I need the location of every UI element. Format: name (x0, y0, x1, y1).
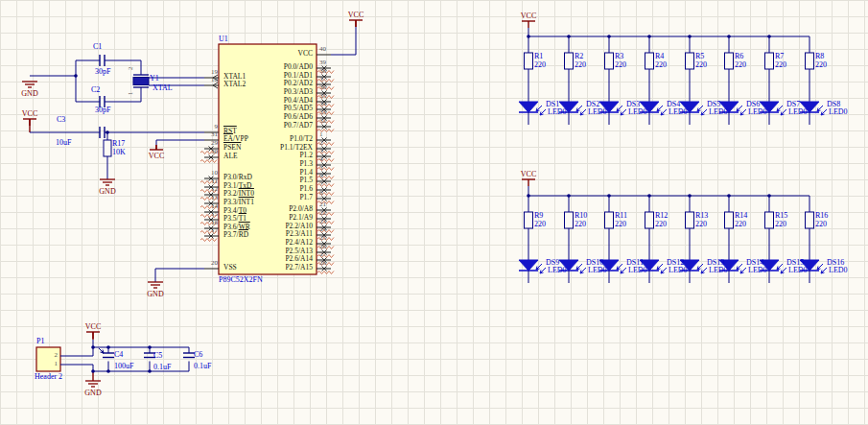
resistor-r3[interactable] (605, 53, 614, 69)
gnd-label[interactable]: GND (99, 188, 115, 196)
r5-refdes[interactable]: R5 (695, 53, 704, 60)
r5-value[interactable]: 220 (695, 61, 707, 69)
ds10-value[interactable]: LED0 (588, 267, 607, 274)
r1-refdes[interactable]: R1 (534, 53, 543, 60)
gnd-label[interactable]: GND (21, 90, 37, 98)
p1-refdes[interactable]: P1 (36, 338, 44, 345)
c4-value[interactable]: 100uF (114, 363, 133, 370)
r2-value[interactable]: 220 (575, 61, 586, 69)
resistor-r11[interactable] (605, 212, 614, 228)
c2-value[interactable]: 30pF (95, 106, 110, 114)
vcc-label-bank1[interactable]: VCC (521, 12, 536, 20)
vcc-label-header[interactable]: VCC (85, 323, 101, 331)
ds12-value[interactable]: LED0 (669, 267, 688, 274)
r10-value[interactable]: 220 (575, 221, 586, 228)
c3-value[interactable]: 10uF (56, 139, 71, 147)
pin-name-4: P1.3 (299, 160, 313, 168)
r6-value[interactable]: 220 (735, 61, 746, 69)
led-ds1[interactable] (519, 102, 538, 112)
r13-value[interactable]: 220 (695, 221, 707, 228)
ds5-value[interactable]: LED0 (709, 108, 728, 116)
r9-refdes[interactable]: R9 (534, 212, 543, 220)
ds15-value[interactable]: LED0 (788, 267, 808, 274)
ds2-value[interactable]: LED0 (588, 108, 607, 116)
resistor-r1[interactable] (525, 53, 533, 69)
crystal-refdes[interactable]: Y1 (150, 75, 159, 83)
c6-value[interactable]: 0.1uF (194, 363, 211, 370)
r16-value[interactable]: 220 (815, 221, 827, 228)
r2-refdes[interactable]: R2 (575, 53, 583, 60)
r4-value[interactable]: 220 (655, 61, 667, 69)
ds6-value[interactable]: LED0 (748, 108, 767, 116)
r8-refdes[interactable]: R8 (815, 53, 824, 60)
vcc-label-ic[interactable]: VCC (348, 12, 364, 19)
vcc-label-reset[interactable]: VCC (22, 110, 37, 118)
r3-value[interactable]: 220 (615, 61, 626, 69)
ds16-value[interactable]: LED0 (829, 267, 848, 274)
resistor-r5[interactable] (686, 53, 694, 69)
c1-refdes[interactable]: C1 (93, 43, 102, 51)
r11-value[interactable]: 220 (615, 221, 626, 228)
c3-refdes[interactable]: C3 (57, 116, 65, 124)
led-ds9[interactable] (519, 260, 538, 271)
r14-value[interactable]: 220 (735, 221, 746, 228)
r11-refdes[interactable]: R11 (615, 212, 627, 220)
vcc-label-bank2[interactable]: VCC (521, 171, 536, 178)
c1-value[interactable]: 30pF (95, 68, 110, 76)
r8-value[interactable]: 220 (815, 61, 827, 69)
resistor-r15[interactable] (765, 212, 774, 228)
r16-refdes[interactable]: R16 (815, 212, 828, 220)
r15-refdes[interactable]: R15 (775, 212, 787, 220)
junction-dot (148, 369, 152, 373)
ds4-value[interactable]: LED0 (669, 108, 688, 116)
resistor-r2[interactable] (565, 53, 574, 69)
ds1-value[interactable]: LED0 (548, 108, 567, 116)
r14-refdes[interactable]: R14 (735, 212, 747, 220)
r12-value[interactable]: 220 (655, 221, 667, 228)
r7-refdes[interactable]: R7 (775, 53, 784, 60)
c4-refdes[interactable]: C4 (114, 351, 123, 359)
ds8-value[interactable]: LED0 (829, 108, 848, 116)
ds7-value[interactable]: LED0 (788, 108, 808, 116)
resistor-r14[interactable] (725, 212, 734, 228)
r10-refdes[interactable]: R10 (575, 212, 587, 220)
ds13-value[interactable]: LED0 (709, 267, 728, 274)
p1-value[interactable]: Header 2 (35, 373, 62, 381)
c2-refdes[interactable]: C2 (91, 86, 100, 94)
r1-value[interactable]: 220 (534, 61, 546, 69)
resistor-r7[interactable] (765, 53, 774, 69)
ic-part-number[interactable]: P89C52X2FN (219, 276, 263, 284)
resistor-r9[interactable] (525, 212, 533, 228)
ds14-value[interactable]: LED0 (748, 267, 767, 274)
r9-value[interactable]: 220 (534, 221, 546, 228)
ds11-value[interactable]: LED0 (628, 267, 647, 274)
r13-refdes[interactable]: R13 (695, 212, 708, 220)
gnd-label[interactable]: GND (147, 291, 163, 298)
resistor-r17[interactable] (104, 140, 111, 156)
r17-value[interactable]: 10K (112, 149, 126, 156)
c5-value[interactable]: 0.1uF (153, 364, 171, 371)
r4-refdes[interactable]: R4 (655, 53, 664, 60)
resistor-r16[interactable] (806, 212, 814, 228)
ds3-value[interactable]: LED0 (628, 108, 647, 116)
vcc-label[interactable]: VCC (149, 153, 164, 160)
r12-refdes[interactable]: R12 (655, 212, 668, 220)
r3-refdes[interactable]: R3 (615, 53, 623, 60)
r6-refdes[interactable]: R6 (735, 53, 743, 60)
gnd-label[interactable]: GND (84, 390, 101, 397)
resistor-r8[interactable] (806, 53, 814, 69)
crystal-y1-body[interactable] (133, 78, 149, 85)
c6-refdes[interactable]: C6 (194, 351, 202, 359)
resistor-r10[interactable] (565, 212, 574, 228)
r7-value[interactable]: 220 (775, 61, 786, 69)
r15-value[interactable]: 220 (775, 221, 786, 228)
r17-refdes[interactable]: R17 (112, 140, 125, 148)
resistor-r12[interactable] (645, 212, 654, 228)
crystal-value[interactable]: XTAL (152, 84, 173, 92)
resistor-r4[interactable] (645, 53, 654, 69)
resistor-r13[interactable] (686, 212, 694, 228)
ds9-value[interactable]: LED0 (548, 267, 567, 274)
ic-refdes[interactable]: U1 (219, 35, 228, 43)
resistor-r6[interactable] (725, 53, 734, 69)
c5-refdes[interactable]: C5 (153, 352, 162, 360)
